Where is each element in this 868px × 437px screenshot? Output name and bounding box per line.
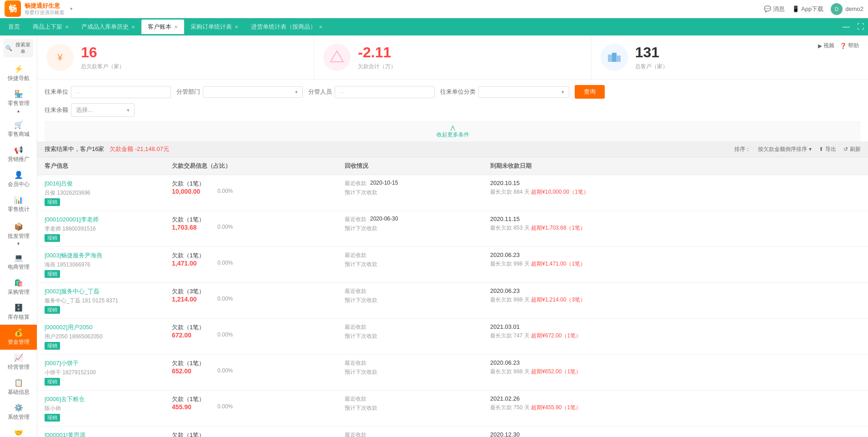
export-btn[interactable]: ⬆ 导出 [819, 146, 836, 153]
video-help-btn[interactable]: ▶ 视频 [818, 42, 834, 50]
tab-customer-account-close[interactable]: ✕ [174, 25, 178, 30]
overdue-amount-4[interactable]: 超期¥672.00（1笔） [531, 332, 581, 339]
sidebar-item-ops[interactable]: 📈 经营管理 [0, 350, 37, 375]
tab-purchase-stat[interactable]: 采购订单统计表 ✕ [184, 20, 245, 34]
next-payment-label-4: 预计下次收款 [345, 332, 377, 340]
sidebar-item-marketing[interactable]: 📢 营销推广 [0, 142, 37, 167]
user-area[interactable]: D demo2 [831, 3, 863, 15]
sidebar-item-inventory[interactable]: 🗄️ 库存核算 [0, 300, 37, 325]
result-actions: 排序： 按欠款金额倒序排序 ▾ ⬆ 导出 ↺ 刷新 [734, 146, 861, 153]
debt-count-5: 欠款（1笔） [172, 359, 205, 367]
overdue-amount-6[interactable]: 超期¥455.90（1笔） [531, 404, 581, 411]
customer-name-6[interactable]: [0006]去下粮仓 [45, 395, 172, 403]
sidebar-item-retail-mgmt[interactable]: 🏪 零售管理 ▲ [0, 86, 37, 117]
sidebar-item-batch-mgmt[interactable]: 📦 批发管理 ▼ [0, 219, 37, 250]
sidebar-item-basic[interactable]: 📋 基础信息 [0, 375, 37, 400]
customer-contact-0: 吕俊 13026203696 [45, 189, 172, 197]
customer-contact-1: 李老师 18600391516 [45, 225, 172, 233]
overdue-amount-1[interactable]: 超期¥1,703.68（1笔） [531, 225, 586, 231]
customer-name-3[interactable]: [0002]服务中心_丁磊 [45, 287, 172, 296]
sidebar-item-quick-nav[interactable]: ⚡ 快捷导航 [0, 61, 37, 86]
tab-purchase-product-stat-close[interactable]: ✕ [319, 25, 322, 30]
sidebar-item-finance[interactable]: 💰 资金管理 [0, 325, 37, 350]
debt-amount-2[interactable]: 1,471.00 [172, 260, 205, 267]
overdue-amount-0[interactable]: 超期¥10,000.00（1笔） [531, 189, 589, 195]
customer-name-0[interactable]: [0016]吕俊 [45, 180, 172, 188]
overdue-amount-2[interactable]: 超期¥1,471.00（1笔） [531, 261, 586, 267]
sidebar-item-retail-stat[interactable]: 📊 零售统计 [0, 192, 37, 217]
sidebar-search-btn[interactable]: 🔍 搜索菜单 [4, 39, 33, 57]
filter-dept: 分管部门 ▾ [176, 86, 303, 98]
sidebar-item-quick-nav-label: 快捷导航 [8, 75, 30, 82]
customer-contact-6: 陈小帅 [45, 405, 172, 412]
customer-name-5[interactable]: [0007]小饼干 [45, 359, 172, 367]
source-unit-input[interactable]: ··· [71, 86, 171, 98]
customer-name-7[interactable]: [000001]黄思源 [45, 431, 172, 437]
recovery-row-last-4: 最近收款 [345, 323, 490, 331]
overdue-amount-3[interactable]: 超期¥1,214.00（3笔） [531, 296, 586, 303]
sidebar-item-enterprise-coop[interactable]: 🤝 企业协同 [0, 425, 37, 437]
debt-amount-4[interactable]: 672.00 [172, 332, 205, 339]
overdue-amount-5[interactable]: 超期¥652.00（1笔） [531, 368, 581, 375]
refresh-btn[interactable]: ↺ 刷新 [843, 146, 861, 153]
customer-contact-3: 服务中心_丁磊 181 0125 8371 [45, 297, 172, 305]
customer-name-2[interactable]: [0003]畅捷服务尹海燕 [45, 251, 172, 260]
tab-product-off-close[interactable]: ✕ [65, 25, 69, 30]
tab-customer-account[interactable]: 客户账本 ✕ [141, 20, 184, 34]
recovery-row-next-2: 预计下次收款 [345, 261, 490, 268]
last-payment-label-3: 最近收款 [345, 287, 366, 295]
tab-home[interactable]: 首页 [2, 20, 26, 34]
tab-product-off[interactable]: 商品上下架 ✕ [26, 20, 75, 34]
customer-name-4[interactable]: [000002]用户2050 [45, 323, 172, 332]
tab-expand-btn[interactable]: ⛶ [855, 21, 866, 33]
help-btn[interactable]: ❓ 帮助 [840, 42, 859, 50]
suite-name: 母婴行业演示账套 [25, 10, 65, 15]
due-info-4: 2021.03.01 最长欠款 747 天 超期¥672.00（1笔） [490, 323, 861, 350]
tab-product-history-close[interactable]: ✕ [131, 25, 135, 30]
sidebar-item-ecom-label: 电商管理 [8, 263, 30, 271]
sidebar-item-member[interactable]: 👤 会员中心 [0, 167, 37, 192]
tab-purchase-stat-label: 采购订单统计表 [191, 23, 232, 31]
customer-tag-1: 现销 [45, 234, 60, 242]
debt-amount-6[interactable]: 455.90 [172, 403, 205, 411]
collapse-row[interactable]: ⋀ 收起更多条件 [45, 121, 861, 141]
app-download-btn[interactable]: 📱 App下载 [792, 5, 823, 13]
customer-contact-4: 用户2050 18665062050 [45, 333, 172, 341]
balance-select[interactable]: 选择... ▾ [71, 103, 135, 117]
debt-amount-3[interactable]: 1,214.00 [172, 296, 205, 303]
debt-amount-0[interactable]: 10,000.00 [172, 188, 205, 195]
recovery-row-next-5: 预计下次收款 [345, 368, 490, 376]
person-input[interactable]: ··· [335, 86, 435, 98]
due-date-3: 2020.06.23 [490, 287, 861, 294]
recovery-row-last-7: 最近收款 [345, 431, 490, 437]
sidebar-item-system[interactable]: ⚙️ 系统管理 [0, 400, 37, 425]
sidebar-item-purchase[interactable]: 🛍️ 采购管理 [0, 275, 37, 300]
suite-dropdown-icon[interactable]: ▾ [70, 6, 73, 12]
overdue-days-3: 最长欠款 998 天 [490, 296, 531, 303]
query-button[interactable]: 查询 [575, 85, 605, 99]
tab-product-history[interactable]: 产成品入库单历史 ✕ [75, 20, 141, 34]
tab-purchase-product-stat[interactable]: 进货单统计表（按商品） ✕ [245, 20, 329, 34]
debt-amount-5[interactable]: 652.00 [172, 367, 205, 375]
dept-label: 分管部门 [176, 88, 200, 96]
overdue-days-0: 最长欠款 884 天 [490, 189, 531, 195]
tab-purchase-stat-close[interactable]: ✕ [235, 25, 238, 30]
data-table: 客户信息 欠款交易信息（占比） 回收情况 到期未收款日期 [0016]吕俊 吕俊… [37, 157, 868, 437]
unit-category-select[interactable]: ▾ [478, 86, 569, 98]
recovery-row-last-6: 最近收款 [345, 395, 490, 403]
message-btn[interactable]: 💬 消息 [764, 5, 785, 13]
dept-select[interactable]: ▾ [203, 86, 303, 98]
recovery-info-7: 最近收款 预计下次收款 [345, 431, 490, 437]
filter-balance: 往来余额 选择... ▾ [45, 103, 135, 117]
customer-name-1[interactable]: [0001020001]李老师 [45, 216, 172, 224]
sort-select[interactable]: 按欠款金额倒序排序 ▾ [758, 146, 812, 153]
last-payment-date-0: 2020-10-15 [370, 180, 398, 187]
sidebar-item-retail-mall[interactable]: 🛒 零售商城 [0, 117, 37, 142]
customer-info-0: [0016]吕俊 吕俊 13026203696 现销 [45, 180, 172, 206]
debt-amount-1[interactable]: 1,703.68 [172, 224, 205, 231]
filter-section: 往来单位 ··· 分管部门 ▾ 分管人员 · [37, 80, 868, 141]
tab-minimize-btn[interactable]: — [841, 21, 852, 33]
balance-placeholder: 选择... [76, 106, 93, 114]
due-date-0: 2020.10.15 [490, 180, 861, 186]
sidebar-item-ecom[interactable]: 💻 电商管理 [0, 250, 37, 275]
